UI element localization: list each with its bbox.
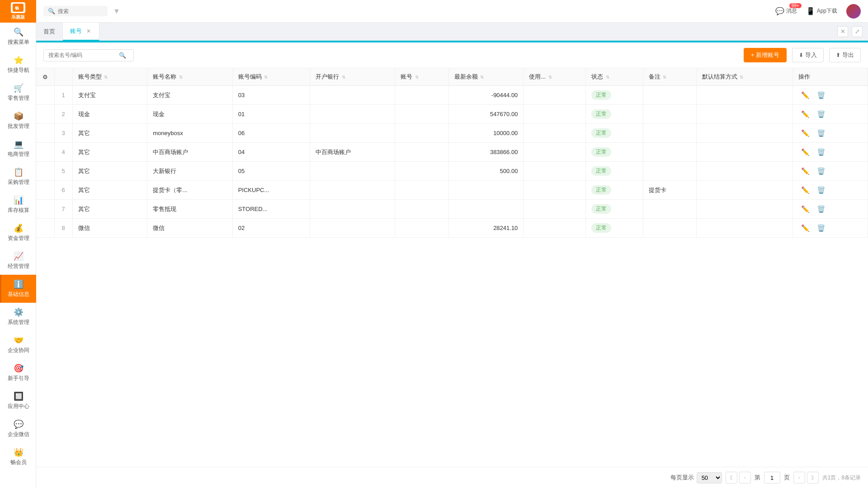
th-name[interactable]: 账号名称 ⇅ bbox=[147, 68, 232, 86]
cell-balance-4: 500.00 bbox=[448, 162, 524, 181]
sidebar-item-search[interactable]: 🔍 搜索菜单 bbox=[0, 23, 36, 51]
export-button[interactable]: ⬆ 导出 bbox=[829, 48, 861, 62]
th-bank[interactable]: 开户银行 ⇅ bbox=[310, 68, 395, 86]
edit-btn-3[interactable]: ✏️ bbox=[798, 147, 812, 157]
sidebar-item-finance-label: 资金管理 bbox=[3, 235, 34, 242]
edit-btn-7[interactable]: ✏️ bbox=[798, 223, 812, 233]
delete-btn-7[interactable]: 🗑️ bbox=[814, 223, 828, 233]
topbar: 🔍 ▼ 💬 消息 99+ 📱 App下载 bbox=[36, 0, 868, 23]
delete-btn-3[interactable]: 🗑️ bbox=[814, 147, 828, 157]
tab-account-close[interactable]: ✕ bbox=[85, 27, 92, 35]
sidebar-item-quicknav[interactable]: ⭐ 快捷导航 bbox=[0, 51, 36, 79]
delete-btn-0[interactable]: 🗑️ bbox=[814, 90, 828, 100]
pagination-page-label: 第 bbox=[755, 474, 760, 482]
cell-type-7: 微信 bbox=[72, 219, 147, 238]
delete-btn-6[interactable]: 🗑️ bbox=[814, 204, 828, 214]
tabbar-close-btn[interactable]: ✕ bbox=[837, 26, 848, 37]
clipboard-icon: 📋 bbox=[3, 167, 34, 177]
delete-btn-5[interactable]: 🗑️ bbox=[814, 185, 828, 195]
topbar-left: 🔍 ▼ bbox=[43, 6, 120, 16]
edit-btn-0[interactable]: ✏️ bbox=[798, 90, 812, 100]
account-search-input[interactable] bbox=[48, 52, 116, 58]
delete-btn-2[interactable]: 🗑️ bbox=[814, 128, 828, 138]
th-type[interactable]: 账号类型 ⇅ bbox=[72, 68, 147, 86]
cell-settlement-0 bbox=[696, 86, 793, 105]
export-icon: ⬆ bbox=[836, 52, 840, 58]
sidebar-item-appcenter[interactable]: 🔲 应用中心 bbox=[0, 387, 36, 415]
table-row: 5 其它 大新银行 05 500.00 正常 ✏️ 🗑️ bbox=[36, 162, 868, 181]
account-search-wrap[interactable]: 🔍 bbox=[43, 49, 134, 61]
topbar-app-download[interactable]: 📱 App下载 bbox=[806, 7, 837, 15]
pagination-prev-btn[interactable]: ‹ bbox=[739, 472, 751, 483]
sidebar-item-basic-info[interactable]: ℹ️ 基础信息 bbox=[0, 275, 36, 303]
delete-btn-1[interactable]: 🗑️ bbox=[814, 109, 828, 119]
sidebar-item-system-label: 系统管理 bbox=[3, 319, 34, 326]
sidebar-item-newguide[interactable]: 🎯 新手引导 bbox=[0, 359, 36, 387]
topbar-dropdown-icon[interactable]: ▼ bbox=[113, 7, 120, 15]
add-account-button[interactable]: + 新增账号 bbox=[744, 48, 787, 62]
sidebar-item-ecommerce[interactable]: 💻 电商管理 bbox=[0, 135, 36, 163]
search-nav-icon: 🔍 bbox=[3, 27, 34, 37]
pagination-last-btn[interactable]: ⟫ bbox=[807, 472, 819, 483]
sidebar-item-inventory[interactable]: 📊 库存核算 bbox=[0, 191, 36, 219]
cell-balance-6 bbox=[448, 200, 524, 219]
tab-account[interactable]: 账号 ✕ bbox=[63, 23, 99, 41]
cell-name-6: 零售抵现 bbox=[147, 200, 232, 219]
sort-type-icon: ⇅ bbox=[104, 75, 108, 80]
sidebar-item-purchase[interactable]: 📋 采购管理 bbox=[0, 163, 36, 191]
sort-remark-icon: ⇅ bbox=[663, 75, 666, 80]
sidebar-item-wechat[interactable]: 💬 企业微信 bbox=[0, 415, 36, 443]
topbar-search-icon: 🔍 bbox=[48, 8, 55, 14]
th-settings[interactable]: ⚙ bbox=[36, 68, 54, 86]
th-status[interactable]: 状态 ⇅ bbox=[586, 68, 643, 86]
table-header-row: ⚙ 账号类型 ⇅ 账号名称 ⇅ 账号编码 ⇅ 开户银行 ⇅ 账号 ⇅ 最新余额 … bbox=[36, 68, 868, 86]
sidebar-item-search-label: 搜索菜单 bbox=[3, 38, 34, 46]
cell-account-2 bbox=[395, 124, 448, 143]
cell-remark-6 bbox=[643, 200, 696, 219]
cell-remark-4 bbox=[643, 162, 696, 181]
th-account[interactable]: 账号 ⇅ bbox=[395, 68, 448, 86]
th-balance[interactable]: 最新余额 ⇅ bbox=[448, 68, 524, 86]
tabbar-maximize-btn[interactable]: ⤢ bbox=[852, 26, 863, 37]
edit-btn-5[interactable]: ✏️ bbox=[798, 185, 812, 195]
import-button[interactable]: ⬇ 导入 bbox=[792, 48, 824, 62]
topbar-message[interactable]: 💬 消息 99+ bbox=[775, 7, 797, 15]
sidebar-item-member[interactable]: 👑 畅会员 bbox=[0, 443, 36, 471]
cell-settlement-3 bbox=[696, 143, 793, 162]
cell-code-4: 05 bbox=[232, 162, 310, 181]
cell-usage-6 bbox=[524, 200, 586, 219]
page-size-select[interactable]: 50 10 20 100 bbox=[697, 472, 722, 483]
table-row: 8 微信 微信 02 28241.10 正常 ✏️ 🗑️ bbox=[36, 219, 868, 238]
sidebar-item-finance[interactable]: 💰 资金管理 bbox=[0, 219, 36, 247]
edit-btn-6[interactable]: ✏️ bbox=[798, 204, 812, 214]
th-usage[interactable]: 使用... ⇅ bbox=[524, 68, 586, 86]
delete-btn-4[interactable]: 🗑️ bbox=[814, 166, 828, 176]
edit-btn-4[interactable]: ✏️ bbox=[798, 166, 812, 176]
sidebar-item-operation[interactable]: 📈 经营管理 bbox=[0, 247, 36, 275]
account-table: ⚙ 账号类型 ⇅ 账号名称 ⇅ 账号编码 ⇅ 开户银行 ⇅ 账号 ⇅ 最新余额 … bbox=[36, 68, 868, 238]
cell-status-5: 正常 bbox=[586, 181, 643, 200]
sidebar-item-collab[interactable]: 🤝 企业协同 bbox=[0, 331, 36, 359]
sidebar-item-retail[interactable]: 🛒 零售管理 bbox=[0, 79, 36, 107]
cell-name-2: moneybosx bbox=[147, 124, 232, 143]
tab-home[interactable]: 首页 bbox=[36, 23, 63, 41]
edit-btn-1[interactable]: ✏️ bbox=[798, 109, 812, 119]
th-settlement[interactable]: 默认结算方式 ⇅ bbox=[696, 68, 793, 86]
pagination-total-pages-label: 页 bbox=[784, 474, 790, 482]
sidebar-item-wholesale[interactable]: 📦 批发管理 bbox=[0, 107, 36, 135]
sidebar-item-system[interactable]: ⚙️ 系统管理 bbox=[0, 303, 36, 331]
account-search-icon: 🔍 bbox=[119, 52, 126, 59]
pagination-next-btn[interactable]: › bbox=[793, 472, 805, 483]
topbar-avatar[interactable] bbox=[846, 4, 861, 19]
cell-name-0: 支付宝 bbox=[147, 86, 232, 105]
info-icon: ℹ️ bbox=[3, 279, 34, 289]
topbar-search[interactable]: 🔍 bbox=[43, 6, 108, 16]
topbar-search-input[interactable] bbox=[58, 8, 103, 14]
pagination-first-btn[interactable]: ⟪ bbox=[726, 472, 737, 483]
content-area: 🔍 + 新增账号 ⬇ 导入 ⬆ 导出 bbox=[36, 41, 868, 488]
th-remark[interactable]: 备注 ⇅ bbox=[643, 68, 696, 86]
cell-type-0: 支付宝 bbox=[72, 86, 147, 105]
pagination-page-input[interactable] bbox=[764, 472, 780, 483]
th-code[interactable]: 账号编码 ⇅ bbox=[232, 68, 310, 86]
edit-btn-2[interactable]: ✏️ bbox=[798, 128, 812, 138]
